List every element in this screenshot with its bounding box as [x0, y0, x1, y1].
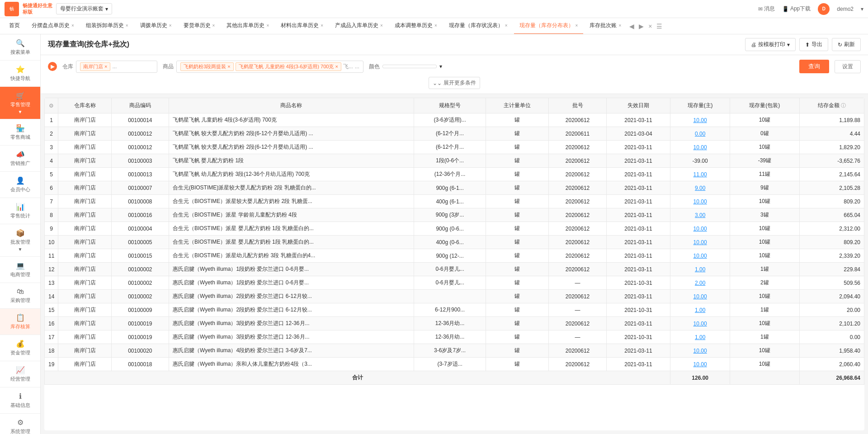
sidebar-item-wholesale[interactable]: 📦 批发管理 ▼: [0, 224, 40, 257]
cell-qty-pack: 11罐: [730, 168, 800, 181]
goods-tag-2-close[interactable]: ×: [335, 64, 338, 69]
close-tab-diaob[interactable]: ×: [169, 23, 172, 28]
sidebar-item-marketing[interactable]: 📣 营销推广: [0, 146, 40, 172]
expand-more-btn[interactable]: ⌄⌄ 展开更多条件: [429, 77, 480, 89]
tab-other-out[interactable]: 其他出库单历史 ×: [221, 18, 274, 34]
tab-cost[interactable]: 成本调整单历史 ×: [389, 18, 443, 34]
nav-next-arrow[interactable]: ▶: [637, 23, 646, 30]
store-selector[interactable]: 母婴行业演示账套 ▾: [56, 3, 112, 14]
cell-qty-main[interactable]: 2.00: [670, 276, 730, 290]
cell-qty-main[interactable]: 10.00: [670, 195, 730, 208]
tab-diaob[interactable]: 调拨单历史 ×: [135, 18, 177, 34]
cell-expire: 2021-03-11: [606, 222, 670, 236]
cell-qty-main[interactable]: 10.00: [670, 344, 730, 358]
nav-menu-icon[interactable]: ☰: [655, 23, 664, 30]
warehouse-tag-nantan[interactable]: 南岸门店 ×: [80, 62, 110, 71]
sidebar-item-retail-mgmt[interactable]: 🛒 零售管理 ▼: [0, 87, 40, 119]
print-icon: 🖨: [751, 42, 756, 48]
sidebar-item-retail-stats[interactable]: 📊 零售统计: [0, 198, 40, 224]
sidebar-item-finance[interactable]: 💰 资金管理: [0, 335, 40, 361]
cell-spec: 900g (3岁...: [414, 208, 486, 222]
close-tab-yaoh[interactable]: ×: [212, 23, 215, 28]
goods-tag-1[interactable]: 飞鹤奶粉3段两提装 ×: [180, 62, 234, 71]
color-tag-group[interactable]: [382, 65, 437, 68]
goods-tag-1-close[interactable]: ×: [227, 64, 230, 69]
sidebar-item-retail-mall[interactable]: 🏪 零售商城: [0, 119, 40, 146]
settings-icon[interactable]: ⚙: [49, 103, 54, 109]
cell-qty-main[interactable]: 10.00: [670, 358, 730, 371]
goods-tag-2[interactable]: 飞鹤星飞帆 儿童奶粉 4段(3-6岁适用) 700克 ×: [236, 62, 341, 71]
cell-qty-main[interactable]: 10.00: [670, 249, 730, 263]
sidebar-item-member[interactable]: 👤 会员中心: [0, 172, 40, 198]
cell-qty-main[interactable]: 1.00: [670, 330, 730, 344]
cell-qty-main[interactable]: 9.00: [670, 181, 730, 195]
message-btn[interactable]: ✉ 消息: [758, 5, 775, 13]
tab-fenpan[interactable]: 分摆盘点单历史 ×: [26, 18, 80, 34]
setting-btn[interactable]: 设置: [835, 60, 861, 73]
cell-qty-main[interactable]: 1.00: [670, 303, 730, 317]
cell-qty-main[interactable]: 1.00: [670, 263, 730, 276]
cell-qty-main[interactable]: 10.00: [670, 222, 730, 236]
sidebar-item-ecom[interactable]: 💻 电商管理: [0, 257, 40, 283]
close-tab-cost[interactable]: ×: [434, 23, 437, 28]
warehouse-tag-close[interactable]: ×: [104, 64, 107, 69]
sidebar-item-basic[interactable]: ℹ 基础信息: [0, 387, 40, 414]
tab-stock-status[interactable]: 现存量（库存状况表） ×: [443, 18, 513, 34]
user-avatar[interactable]: D: [818, 3, 830, 15]
close-tab-product-in[interactable]: ×: [380, 23, 383, 28]
expand-filter-btn[interactable]: ▶: [48, 62, 57, 71]
cell-warehouse: 南岸门店: [58, 358, 111, 371]
print-template-btn[interactable]: 🖨 按模板打印 ▾: [745, 38, 796, 51]
cell-no: 16: [45, 317, 58, 330]
warehouse-filter: 仓库 南岸门店 × ...: [62, 61, 157, 73]
sidebar-item-search[interactable]: 🔍 搜索菜单: [0, 34, 40, 61]
close-tab-zuzhuang[interactable]: ×: [126, 23, 128, 28]
cell-qty-main[interactable]: 10.00: [670, 141, 730, 154]
close-tab-stock-dist[interactable]: ×: [576, 23, 578, 28]
cell-qty-main[interactable]: -39.00: [670, 154, 730, 168]
sidebar-item-nav[interactable]: ⭐ 快捷导航: [0, 61, 40, 87]
close-tab-stock-status[interactable]: ×: [505, 23, 508, 28]
cell-qty-main[interactable]: 3.00: [670, 208, 730, 222]
cell-code: 00100020: [111, 344, 169, 358]
tab-stock-batch[interactable]: 库存批次账 ×: [584, 18, 627, 34]
cell-qty-main[interactable]: 10.00: [670, 113, 730, 127]
amount-info-icon[interactable]: ⓘ: [841, 103, 846, 108]
query-btn[interactable]: 查询: [799, 60, 829, 73]
cell-amount: -3,652.76: [799, 154, 864, 168]
nav-close-all[interactable]: ×: [646, 23, 654, 30]
close-tab-fenpan[interactable]: ×: [71, 23, 74, 28]
close-tab-material-out[interactable]: ×: [321, 23, 323, 28]
close-tab-stock-batch[interactable]: ×: [618, 23, 621, 28]
cell-qty-main[interactable]: 10.00: [670, 317, 730, 330]
tab-home[interactable]: 首页: [4, 18, 25, 34]
table-row: 7 南岸门店 00100008 合生元（BIOSTIME）派星较大婴儿配方奶粉 …: [45, 195, 864, 208]
retail-arrow: ▼: [18, 109, 23, 114]
cell-qty-main[interactable]: 10.00: [670, 290, 730, 303]
cell-qty-main[interactable]: 11.00: [670, 168, 730, 181]
tab-material-out[interactable]: 材料出库单历史 ×: [275, 18, 329, 34]
warehouse-tag-group[interactable]: 南岸门店 × ...: [76, 61, 157, 73]
refresh-btn[interactable]: ↻ 刷新: [832, 38, 861, 51]
sidebar-item-biz[interactable]: 📈 经营管理: [0, 361, 40, 387]
close-tab-other-out[interactable]: ×: [266, 23, 269, 28]
export-btn[interactable]: ⬆ 导出: [799, 38, 828, 51]
nav-prev-arrow[interactable]: ◀: [627, 23, 636, 30]
cell-warehouse: 南岸门店: [58, 208, 111, 222]
sidebar-item-purchase[interactable]: 🛍 采购管理: [0, 283, 40, 309]
app-download-btn[interactable]: 📱 App下载: [782, 5, 811, 13]
sidebar-item-inventory[interactable]: 📋 库存核算: [0, 309, 40, 335]
cell-qty-main[interactable]: 10.00: [670, 236, 730, 249]
tab-zuzhuang[interactable]: 组装拆卸单历史 ×: [80, 18, 134, 34]
sidebar-item-sys[interactable]: ⚙ 系统管理: [0, 414, 40, 434]
cell-qty-main[interactable]: 0.00: [670, 127, 730, 141]
warehouse-more: ...: [112, 63, 117, 70]
tab-product-in[interactable]: 产成品入库单历史 ×: [330, 18, 388, 34]
col-settings[interactable]: ⚙: [45, 98, 58, 113]
print-dropdown-icon: ▾: [787, 42, 790, 48]
goods-tag-group[interactable]: 飞鹤奶粉3段两提装 × 飞鹤星飞帆 儿童奶粉 4段(3-6岁适用) 700克 ×…: [176, 61, 363, 73]
tab-yaoh[interactable]: 要货单历史 ×: [178, 18, 221, 34]
cell-code: 00100019: [111, 330, 169, 344]
tab-stock-dist[interactable]: 现存量（库存分布表） ×: [514, 18, 584, 34]
color-dropdown-icon[interactable]: ▾: [439, 63, 442, 70]
